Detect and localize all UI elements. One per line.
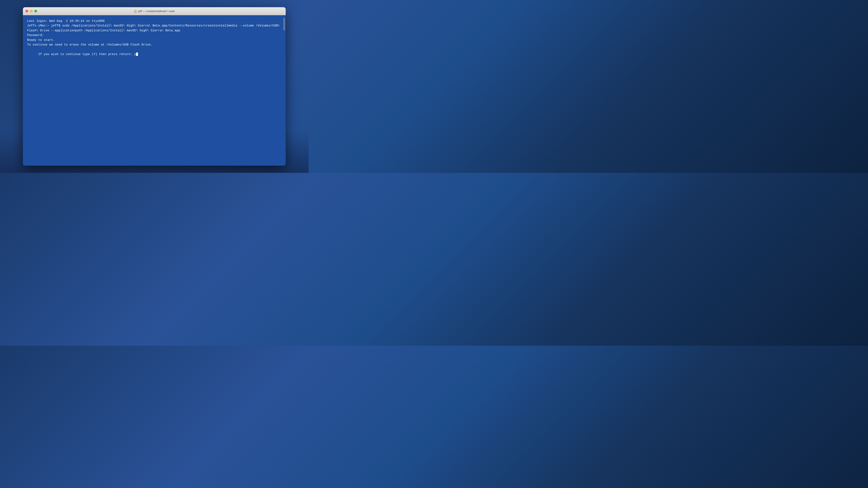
cursor	[136, 53, 138, 56]
close-button[interactable]	[25, 10, 28, 12]
terminal-window: 🏠 jeff — createinstallmed • sudo Last lo…	[23, 7, 286, 166]
terminal-line-4: Ready to start.	[27, 38, 281, 42]
traffic-lights	[25, 10, 37, 12]
scrollbar[interactable]	[283, 18, 285, 31]
terminal-line-5: To continue we need to erase the volume …	[27, 42, 281, 47]
title-text: jeff — createinstallmed • sudo	[138, 9, 175, 13]
title-bar: 🏠 jeff — createinstallmed • sudo	[23, 7, 286, 15]
terminal-line-2: Jeffs-iMac:~ jeff$ sudo /Applications/In…	[27, 23, 281, 33]
maximize-button[interactable]	[34, 10, 37, 12]
terminal-line-1: Last login: Wed Aug 2 10:35:24 on ttys00…	[27, 19, 281, 23]
terminal-line-6: If you wish to continue type (Y) then pr…	[27, 47, 281, 61]
minimize-button[interactable]	[30, 10, 33, 12]
window-title: 🏠 jeff — createinstallmed • sudo	[134, 9, 175, 13]
terminal-line-3: Password:	[27, 33, 281, 37]
terminal-line-6-text: If you wish to continue type (Y) then pr…	[38, 53, 136, 56]
terminal-body[interactable]: Last login: Wed Aug 2 10:35:24 on ttys00…	[23, 15, 286, 166]
title-icon: 🏠	[134, 10, 137, 13]
